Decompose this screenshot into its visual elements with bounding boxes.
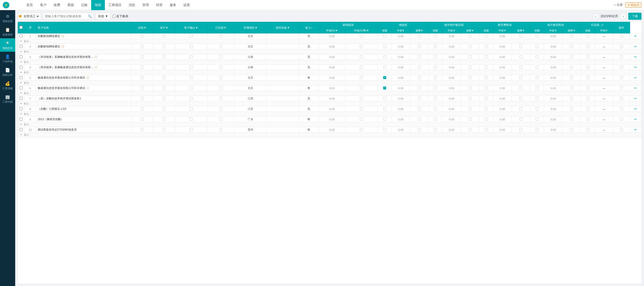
prev-month-button[interactable]: ‹ <box>593 13 599 19</box>
row-checkbox[interactable] <box>19 55 23 58</box>
edu-pay-cell[interactable] <box>530 65 544 70</box>
stamp-apply-cell[interactable] <box>613 54 630 60</box>
vat-apply-cell[interactable] <box>410 65 428 70</box>
tax-copy-checkbox[interactable] <box>141 34 144 38</box>
client-confirm-checkbox[interactable] <box>190 128 193 131</box>
stamp-apply-cell[interactable] <box>613 127 630 133</box>
vat-pay-cell[interactable] <box>428 44 442 49</box>
search-input[interactable] <box>45 14 88 18</box>
edit-icon[interactable]: ✏ <box>634 107 637 111</box>
row-select-cell[interactable] <box>18 85 24 91</box>
local-edu-apply-cell[interactable] <box>562 106 581 112</box>
edu-apply-cell[interactable] <box>512 65 530 70</box>
operation-cell[interactable]: ✏ <box>630 96 641 101</box>
filed-checkbox[interactable] <box>219 55 222 58</box>
local-edu-pay-cell[interactable] <box>581 96 595 101</box>
fin-year-cell[interactable] <box>345 75 378 81</box>
clear-card-checkbox[interactable] <box>163 66 166 69</box>
row-checkbox[interactable] <box>19 45 23 48</box>
stamp-apply-cell[interactable] <box>613 96 630 101</box>
clear-card-checkbox[interactable] <box>163 128 166 131</box>
operation-cell[interactable]: ✏ <box>630 33 641 39</box>
vat-apply-cell[interactable] <box>410 106 428 112</box>
local-edu-pay-cell[interactable] <box>581 33 595 39</box>
nav-service[interactable]: 服务 <box>166 0 180 10</box>
row-select-cell[interactable] <box>18 65 24 70</box>
row-select-cell[interactable] <box>18 54 24 60</box>
filter-button[interactable]: 筛选 ▼ <box>96 13 110 20</box>
row-select-cell[interactable] <box>18 44 24 49</box>
operation-cell[interactable]: ✏ <box>630 106 641 112</box>
local-edu-pay-cell[interactable] <box>581 44 595 49</box>
client-confirm-checkbox[interactable] <box>190 86 193 90</box>
urban-pay-cell[interactable] <box>479 85 493 91</box>
note-pencil-icon[interactable]: ✏ <box>20 71 22 74</box>
filed-checkbox[interactable] <box>219 97 222 100</box>
urban-apply-cell[interactable] <box>461 44 479 49</box>
urban-pay-cell[interactable] <box>479 44 493 49</box>
edu-pay-cell[interactable] <box>530 85 544 91</box>
tax-copy-checkbox[interactable] <box>141 97 144 100</box>
search-wrap[interactable]: 🔍 <box>43 13 94 20</box>
download-button[interactable]: 下载 <box>628 13 641 20</box>
row-select-cell[interactable] <box>18 33 24 39</box>
edu-pay-cell[interactable] <box>530 106 544 112</box>
company-name-cell[interactable]: 测试斯套的凭证打印的时候是否 <box>36 127 131 133</box>
row-checkbox[interactable] <box>19 34 23 38</box>
edit-icon[interactable]: ✏ <box>634 76 637 80</box>
client-confirm-checkbox[interactable] <box>190 45 193 48</box>
vat-pay-cell[interactable] <box>428 85 442 91</box>
row-select-cell[interactable] <box>18 75 24 81</box>
tax-copy-checkbox[interactable] <box>141 107 144 110</box>
tax-copy-checkbox[interactable] <box>141 128 144 131</box>
urban-pay-cell[interactable] <box>479 54 493 60</box>
vat-apply-cell[interactable] <box>410 85 428 91</box>
local-edu-apply-cell[interactable] <box>562 96 581 101</box>
edu-pay-cell[interactable] <box>530 75 544 81</box>
stamp-apply-cell[interactable] <box>613 106 630 112</box>
client-confirm-checkbox[interactable] <box>190 76 193 79</box>
nav-bookkeeping[interactable]: 记账 <box>77 0 91 10</box>
operation-cell[interactable]: ✏ <box>630 117 641 122</box>
urban-pay-cell[interactable] <box>479 127 493 133</box>
clear-card-checkbox[interactable] <box>163 118 166 121</box>
edu-apply-cell[interactable] <box>512 106 530 112</box>
edit-icon[interactable]: ✏ <box>634 55 637 59</box>
operation-cell[interactable]: ✏ <box>630 75 641 81</box>
edu-pay-cell[interactable] <box>530 96 544 101</box>
vat-pay-cell[interactable] <box>428 96 442 101</box>
vat-pay-cell[interactable] <box>428 127 442 133</box>
stamp-apply-cell[interactable] <box>613 117 630 122</box>
sidebar-item-annual-report[interactable]: 🏢 工商年报 <box>0 92 15 105</box>
fin-month-cell[interactable] <box>378 33 391 39</box>
vat-apply-cell[interactable] <box>410 117 428 122</box>
tax-copy-checkbox[interactable] <box>141 118 144 121</box>
vat-apply-cell[interactable] <box>410 75 428 81</box>
urban-apply-cell[interactable] <box>461 127 479 133</box>
fin-year-cell[interactable] <box>345 85 378 91</box>
vat-pay-cell[interactable] <box>428 106 442 112</box>
urban-apply-cell[interactable] <box>461 65 479 70</box>
vat-apply-cell[interactable] <box>410 96 428 101</box>
urban-pay-cell[interactable] <box>479 75 493 81</box>
clear-card-checkbox[interactable] <box>163 76 166 79</box>
clear-card-checkbox[interactable] <box>163 97 166 100</box>
row-checkbox[interactable] <box>19 76 23 79</box>
filed-checkbox[interactable] <box>219 76 222 79</box>
fin-year-cell[interactable] <box>345 44 378 49</box>
stamp-apply-cell[interactable] <box>613 75 630 81</box>
local-edu-apply-cell[interactable] <box>562 33 581 39</box>
urban-apply-cell[interactable] <box>461 96 479 101</box>
search-icon[interactable]: 🔍 <box>88 14 92 18</box>
clear-card-checkbox[interactable] <box>163 34 166 38</box>
edu-pay-cell[interactable] <box>530 54 544 60</box>
edu-apply-cell[interactable] <box>512 54 530 60</box>
sidebar-item-tax-settings[interactable]: ⚙ 报税设置 <box>0 11 15 25</box>
local-edu-apply-cell[interactable] <box>562 65 581 70</box>
sidebar-item-annual-settlement[interactable]: 💰 汇算清缴 <box>0 79 15 92</box>
sidebar-item-tax-overview[interactable]: 👁 报税总览 <box>0 38 15 52</box>
nav-fee[interactable]: 收费 <box>50 0 64 10</box>
filed-checkbox[interactable] <box>219 66 222 69</box>
urban-pay-cell[interactable] <box>479 65 493 70</box>
edu-pay-cell[interactable] <box>530 44 544 49</box>
